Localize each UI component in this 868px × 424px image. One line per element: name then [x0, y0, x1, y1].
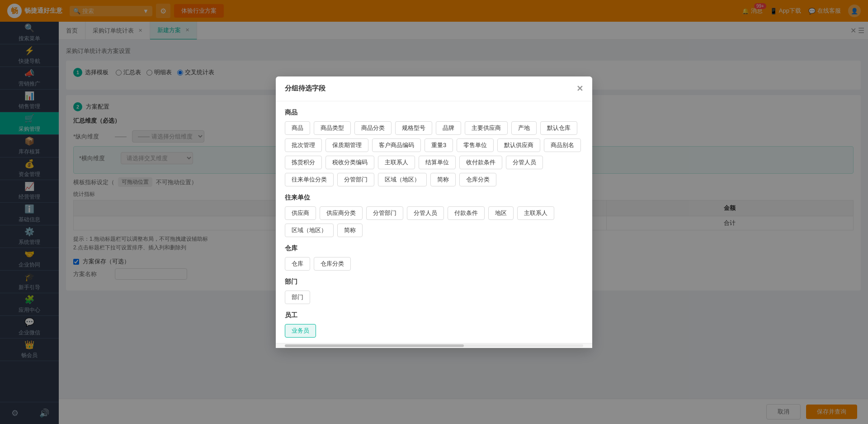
field-payment-cond[interactable]: 付款条件	[448, 206, 485, 220]
modal-overlay: 分组待选字段 ✕ 商品 商品 商品类型 商品分类 规格型号 品牌 主要供应商 产…	[0, 0, 868, 424]
field-payment-terms[interactable]: 收付款条件	[459, 156, 502, 169]
section-title-staff: 员工	[285, 311, 583, 319]
field-settlement-unit[interactable]: 结算单位	[419, 156, 456, 169]
field-salesperson[interactable]: 业务员	[285, 324, 316, 338]
field-default-supplier[interactable]: 默认供应商	[497, 138, 540, 152]
field-tax-code[interactable]: 税收分类编码	[326, 156, 374, 169]
modal-close-button[interactable]: ✕	[576, 84, 583, 94]
section-title-warehouse: 仓库	[285, 244, 583, 252]
field-goods-category[interactable]: 商品分类	[354, 121, 392, 135]
field-default-warehouse[interactable]: 默认仓库	[540, 121, 577, 135]
field-weight3[interactable]: 重量3	[425, 138, 453, 152]
modal-scrollbar-area	[276, 343, 592, 348]
field-goods[interactable]: 商品	[285, 121, 310, 135]
field-warehouse-cat[interactable]: 仓库分类	[314, 257, 351, 271]
field-grid-warehouse: 仓库 仓库分类	[285, 257, 583, 271]
field-warehouse[interactable]: 仓库	[285, 257, 310, 271]
field-area[interactable]: 地区	[488, 206, 514, 220]
field-main-contact2[interactable]: 主联系人	[517, 206, 554, 220]
field-goods-alias[interactable]: 商品别名	[544, 138, 581, 152]
field-batch-mgmt[interactable]: 批次管理	[285, 138, 322, 152]
field-customer-code[interactable]: 客户商品编码	[372, 138, 421, 152]
field-grid-staff: 业务员	[285, 324, 583, 338]
field-dept[interactable]: 部门	[285, 291, 310, 304]
field-manager-person[interactable]: 分管人员	[506, 156, 543, 169]
field-short-name2[interactable]: 简称	[337, 224, 363, 237]
field-grid-goods: 商品 商品类型 商品分类 规格型号 品牌 主要供应商 产地 默认仓库 批次管理 …	[285, 121, 583, 186]
field-partner-dept[interactable]: 分管部门	[366, 206, 403, 220]
field-supplier-category[interactable]: 供应商分类	[320, 206, 363, 220]
field-main-contact[interactable]: 主联系人	[378, 156, 415, 169]
section-title-partner: 往来单位	[285, 194, 583, 202]
field-partner-person[interactable]: 分管人员	[407, 206, 444, 220]
field-retail-unit[interactable]: 零售单位	[457, 138, 494, 152]
field-main-supplier[interactable]: 主要供应商	[465, 121, 508, 135]
field-grid-dept: 部门	[285, 291, 583, 304]
section-title-goods: 商品	[285, 109, 583, 117]
modal-body: 商品 商品 商品类型 商品分类 规格型号 品牌 主要供应商 产地 默认仓库 批次…	[276, 101, 592, 343]
modal-dialog: 分组待选字段 ✕ 商品 商品 商品类型 商品分类 规格型号 品牌 主要供应商 产…	[276, 76, 592, 348]
section-title-dept: 部门	[285, 278, 583, 286]
field-mgmt-dept[interactable]: 分管部门	[337, 173, 374, 186]
field-warehouse-category[interactable]: 仓库分类	[459, 173, 496, 186]
field-brand[interactable]: 品牌	[436, 121, 461, 135]
field-short-name[interactable]: 简称	[430, 173, 456, 186]
field-grid-partner: 供应商 供应商分类 分管部门 分管人员 付款条件 地区 主联系人 区域（地区） …	[285, 206, 583, 237]
field-supplier[interactable]: 供应商	[285, 206, 316, 220]
modal-scrollbar-thumb[interactable]	[285, 344, 464, 347]
modal-title: 分组待选字段	[285, 84, 326, 93]
modal-scrollbar-track	[285, 344, 583, 347]
field-origin[interactable]: 产地	[511, 121, 537, 135]
field-pick-points[interactable]: 拣货积分	[285, 156, 322, 169]
field-region[interactable]: 区域（地区）	[378, 173, 427, 186]
field-goods-type[interactable]: 商品类型	[314, 121, 351, 135]
field-expiry-mgmt[interactable]: 保质期管理	[326, 138, 368, 152]
modal-header: 分组待选字段 ✕	[276, 76, 592, 101]
field-region2[interactable]: 区域（地区）	[285, 224, 334, 237]
field-spec-model[interactable]: 规格型号	[395, 121, 432, 135]
field-partner-category[interactable]: 往来单位分类	[285, 173, 334, 186]
